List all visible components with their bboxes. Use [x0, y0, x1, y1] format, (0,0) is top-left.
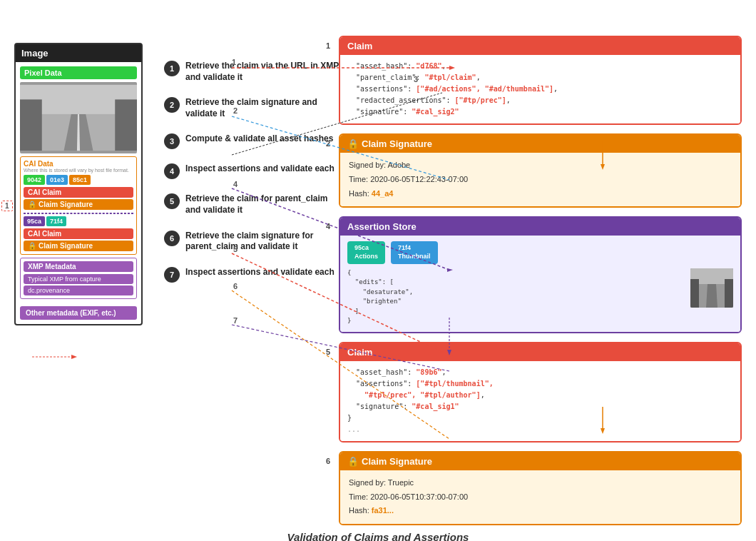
sig-1-signed-by: Signed by: Adobe: [349, 158, 732, 173]
xmp-title-bar: XMP Metadata: [24, 261, 133, 272]
step-num-1: 1: [164, 61, 180, 76]
step-num-4: 4: [164, 163, 180, 179]
claim-1-body: "asset_hash": "d768", "parent_claim": "#…: [340, 55, 740, 123]
step-5: 5 Retrieve the claim for parent_claim an…: [164, 193, 339, 216]
step-text-3: Compute & validate all asset hashes: [185, 133, 333, 145]
svg-rect-9: [690, 279, 699, 308]
claim-sig-bar-2: 🔒 Claim Signature: [24, 241, 133, 251]
claim-1-row-5: "signature": "#cal_sig2": [347, 106, 733, 118]
claim-1-title-bar: Claim: [340, 37, 740, 55]
cai-data-title: CAI Data: [24, 160, 133, 168]
sig-2-signed-by: Signed by: Truepic: [349, 476, 732, 490]
step-7: 7 Inspect assertions and validate each: [164, 267, 339, 283]
sig-1-time: Time: 2020-06-05T12:22:43-07:00: [349, 173, 732, 187]
step-6: 6 Retrieve the claim signature for paren…: [164, 231, 339, 253]
claim-sig-label-1: Claim Signature: [39, 201, 93, 208]
thumb-svg: [690, 268, 733, 308]
claim-card-2-wrapper: 5 Claim "asset_hash": "89b6", "assertion…: [339, 342, 742, 443]
svg-rect-4: [20, 99, 42, 151]
cai-data-subtitle: Where this is stored will vary by host f…: [24, 168, 133, 173]
claim-sig-label-2: Claim Signature: [39, 242, 93, 250]
step-4: 4 Inspect assertions and validate each: [164, 163, 339, 179]
claim-2-row-4: "signature": "#cal_sig1": [347, 401, 733, 413]
pixel-data-bar: Pixel Data: [20, 66, 137, 79]
step-2: 2 Retrieve the claim signature and valid…: [164, 97, 339, 119]
claim-1-row-1: "asset_hash": "d768",: [347, 61, 733, 72]
step-num-6: 6: [164, 231, 180, 246]
lock-icon-1: 🔒: [28, 201, 36, 208]
road-svg: [20, 82, 137, 153]
panel-label-1: 1: [1, 201, 13, 211]
sig-2-hash: Hash: fa31...: [349, 504, 732, 518]
cai-claim-bar-1: CAI Claim: [24, 187, 133, 198]
sig-2-hash-val: fa31...: [372, 506, 394, 515]
sig-2-title: Claim Signature: [362, 456, 432, 467]
step-1: 1 Retrieve the claim via the URL in XMP …: [164, 61, 339, 83]
step-num-7: 7: [164, 267, 180, 283]
assertion-code: { "edits": [ "desaturate", "brighten" ] …: [347, 268, 686, 326]
step-num-2: 2: [164, 97, 180, 113]
lock-icon-sig-1: 🔒: [347, 138, 359, 149]
claim-2-row-2: "assertions": ["#tpl/thumbnail",: [347, 378, 733, 390]
lock-icon-sig-2: 🔒: [347, 456, 359, 467]
assertion-card: Assertion Store 95caActions 71f4Thumbnai…: [339, 216, 742, 333]
sig-2-body: Signed by: Truepic Time: 2020-06-05T10:3…: [340, 470, 740, 524]
sig-card-1-wrapper: 2 🔒 Claim Signature Signed by: Adobe Tim…: [339, 133, 742, 208]
hash-row-1: 9042 01e3 85c1: [24, 175, 133, 185]
sig-2-title-bar: 🔒 Claim Signature: [340, 452, 740, 470]
sig-1-hash: Hash: 44_a4: [349, 187, 732, 201]
assertion-thumbnail: [690, 268, 733, 308]
assertion-box-teal: 95caActions: [347, 241, 385, 263]
connector-label-2: 2: [326, 139, 330, 148]
sig-1-body: Signed by: Adobe Time: 2020-06-05T12:22:…: [340, 153, 740, 206]
step-text-2: Retrieve the claim signature and validat…: [185, 97, 339, 119]
claim-card-1-wrapper: 1 Claim "asset_hash": "d768", "parent_cl…: [339, 36, 742, 125]
sig-2-time: Time: 2020-06-05T10:37:00-07:00: [349, 490, 732, 505]
claim-2-ellipsis: ...: [347, 424, 733, 435]
claim-1-row-2: "parent_claim": "#tpl/claim",: [347, 72, 733, 84]
cai-claim-bar-2: CAI Claim: [24, 228, 133, 239]
connector-label-5: 5: [326, 348, 330, 356]
claim-2-body: "asset_hash": "89b6", "assertions": ["#t…: [340, 361, 740, 441]
step-text-5: Retrieve the claim for parent_claim and …: [185, 193, 339, 216]
step-3: 3 Compute & validate all asset hashes: [164, 133, 339, 149]
step-num-3: 3: [164, 133, 180, 149]
claim-2-row-3: "#tpl/prec", "#tpl/author"],: [347, 390, 733, 401]
step-num-5: 5: [164, 193, 180, 209]
step-text-1: Retrieve the claim via the URL in XMP an…: [185, 61, 339, 83]
dashed-separator: [24, 213, 133, 214]
claim-card-2: Claim "asset_hash": "89b6", "assertions"…: [339, 342, 742, 443]
steps-panel: 1 Retrieve the claim via the URL in XMP …: [143, 21, 339, 297]
claim-1-title: Claim: [347, 41, 372, 51]
hash-box-orange: 85c1: [69, 175, 91, 185]
sig-card-2: 🔒 Claim Signature Signed by: Truepic Tim…: [339, 451, 742, 525]
xmp-dc-bar: dc.provenance: [24, 285, 133, 295]
xmp-typical-bar: Typical XMP from capture: [24, 274, 133, 284]
sig-card-2-wrapper: 6 🔒 Claim Signature Signed by: Truepic T…: [339, 451, 742, 525]
assertion-box-blue: 71f4Thumbnail: [391, 241, 438, 263]
connector-label-4: 4: [326, 222, 330, 231]
assertion-boxes-row: 95caActions 71f4Thumbnail: [347, 241, 733, 263]
image-panel-title: Image: [16, 44, 141, 62]
claim-card-1: Claim "asset_hash": "d768", "parent_clai…: [339, 36, 742, 125]
svg-marker-8: [706, 284, 717, 308]
step-text-4: Inspect assertions and validate each: [185, 163, 334, 175]
other-meta-bar: Other metadata (EXIF, etc.): [20, 306, 137, 320]
caption: Validation of Claims and Assertions: [0, 525, 756, 541]
hash-box-green: 9042: [24, 175, 45, 185]
hash-box-purple: 95ca: [24, 216, 45, 226]
right-panel: 1 Claim "asset_hash": "d768", "parent_cl…: [339, 21, 742, 525]
assertion-title-bar: Assertion Store: [340, 218, 740, 236]
sig-1-hash-val: 44_a4: [372, 189, 394, 198]
assertion-content: { "edits": [ "desaturate", "brighten" ] …: [347, 268, 733, 326]
hash-box-teal: 71f4: [46, 216, 66, 226]
assertion-card-wrapper: 4 Assertion Store 95caActions 71f4Thumbn…: [339, 216, 742, 333]
hash-box-blue: 01e3: [46, 175, 68, 185]
svg-rect-10: [725, 279, 733, 308]
step-text-6: Retrieve the claim signature for parent_…: [185, 231, 339, 253]
step-text-7: Inspect assertions and validate each: [185, 267, 334, 278]
connector-label-1: 1: [326, 41, 330, 50]
claim-1-row-3: "assertions": ["#ad/actions", "#ad/thumb…: [347, 84, 733, 95]
svg-rect-5: [115, 99, 137, 151]
hash-row-2: 95ca 71f4: [24, 216, 133, 226]
